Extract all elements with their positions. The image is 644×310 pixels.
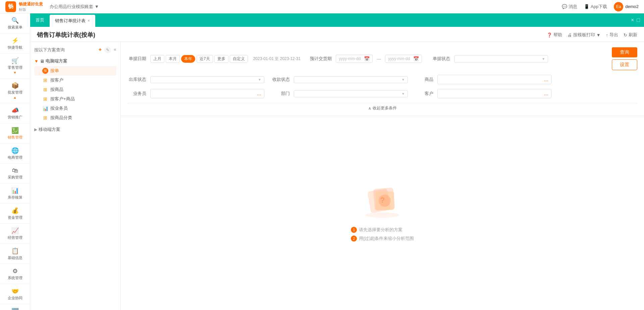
sidebar-item-retail[interactable]: 🛒 零售管理 ▼	[0, 54, 30, 79]
tab-close-icon[interactable]: ×	[88, 18, 90, 23]
add-scheme-button[interactable]: +	[99, 47, 102, 53]
product-label: 商品	[415, 76, 433, 83]
message-button[interactable]: 💬 消息	[562, 4, 577, 10]
left-panel-icons: + ✎ «	[99, 47, 116, 53]
salesman-ellipsis-icon[interactable]: ...	[257, 91, 261, 97]
scheme-section: ▼ 🖥 电脑端方案 按 按单 ⊞ 按客户	[30, 56, 120, 122]
pc-scheme-parent[interactable]: ▼ 🖥 电脑端方案	[34, 56, 116, 66]
sidebar-item-wholesale[interactable]: 📦 批发管理 ▲	[0, 79, 30, 103]
sidebar-item-purchase[interactable]: 🛍 采购管理	[0, 164, 30, 184]
date-btn-custom[interactable]: 自定义	[230, 55, 248, 63]
mobile-scheme-parent[interactable]: ▶ 移动端方案	[30, 125, 120, 134]
sidebar-item-quicknav[interactable]: ⚡ 快捷导航	[0, 34, 30, 54]
sidebar-item-ecommerce[interactable]: 🌐 电商管理	[0, 144, 30, 164]
page-header: 销售订单统计表(按单) ❓ 帮助 🖨 按模板打印 ▼ ↑	[30, 27, 644, 42]
window-maximize-button[interactable]: □	[637, 17, 640, 23]
scheme-by-category[interactable]: ⊞ 按商品分类	[34, 113, 116, 122]
calendar-icon-start: 📅	[364, 56, 370, 61]
date-btn-more[interactable]: 更多	[214, 55, 228, 63]
product-input[interactable]: ...	[437, 75, 551, 84]
sidebar-item-marketing[interactable]: 📣 营销推广	[0, 103, 30, 123]
date-btn-last-month[interactable]: 上月	[150, 55, 164, 63]
order-status-label: 单据状态	[431, 56, 450, 62]
date-btn-this-year[interactable]: 本年	[181, 55, 195, 63]
delivery-dropdown-icon: ▼	[258, 78, 261, 82]
sidebar-item-sales[interactable]: 💹 销售管理	[0, 123, 30, 144]
sidebar: 🔍 搜索菜单 ⚡ 快捷导航 🛒 零售管理 ▼ 📦 批发管理 ▲ 📣 营销推广	[0, 13, 30, 310]
top-bar-right: 💬 消息 📱 App下载 Ea demo2	[562, 2, 639, 11]
customer-ellipsis-icon[interactable]: ...	[544, 91, 548, 97]
mobile-section: ▶ 移动端方案	[30, 125, 120, 134]
edit-scheme-button[interactable]: ✎	[104, 47, 111, 53]
app-subtitle: 标版	[19, 7, 43, 12]
body-panel: 按以下方案查询 + ✎ « ▼ 🖥 电脑端方案	[30, 42, 644, 310]
sidebar-item-inventory[interactable]: 📊 库存核算	[0, 184, 30, 204]
product-ellipsis-icon[interactable]: ...	[544, 76, 548, 83]
help-button[interactable]: ❓ 帮助	[547, 32, 562, 38]
app-info: 畅捷通好生意 标版	[19, 1, 43, 12]
left-panel-header: 按以下方案查询 + ✎ «	[30, 45, 120, 56]
scheme-by-product[interactable]: ⊞ 按商品	[34, 85, 116, 94]
hint-1: 请先选择要分析的方案	[351, 225, 414, 234]
sidebar-item-operations[interactable]: 📈 经营管理	[0, 224, 30, 244]
department-select[interactable]: ▼	[294, 90, 408, 97]
page-title: 销售订单统计表(按单)	[37, 31, 95, 39]
expected-date-end[interactable]: yyyy-mm-dd 📅	[385, 55, 422, 63]
date-btn-this-month[interactable]: 本月	[166, 55, 180, 63]
salesman-label: 业务员	[127, 91, 146, 97]
filter-row-1: 单据日期 上月 本月 本年 近7天 更多 自定义 2023-01-01 至 20…	[127, 47, 637, 70]
collapse-panel-button[interactable]: «	[114, 47, 116, 53]
workspace-selector[interactable]: 办公用品行业模拟账套 ▼	[50, 4, 99, 10]
sidebar-item-system[interactable]: ⚙ 系统管理	[0, 264, 30, 284]
user-profile[interactable]: Ea demo2	[614, 2, 639, 11]
window-close-button[interactable]: ×	[631, 17, 634, 23]
expand-icon: ▼	[34, 59, 39, 64]
print-button[interactable]: 🖨 按模板打印 ▼	[568, 32, 601, 38]
customer-input[interactable]: ...	[437, 89, 551, 98]
delivery-status-select[interactable]: ▼	[150, 76, 264, 83]
empty-hints: 请先选择要分析的方案 用[过滤]条件来缩小分析范围	[351, 225, 414, 243]
empty-svg: ?	[359, 183, 406, 220]
settings-button[interactable]: 设置	[612, 59, 637, 70]
export-button[interactable]: ↑ 导出	[606, 32, 619, 38]
top-bar: 畅 畅捷通好生意 标版 办公用品行业模拟账套 ▼ 💬 消息 📱 App下载	[0, 0, 644, 13]
sidebar-item-finance[interactable]: 💰 资金管理	[0, 204, 30, 224]
date-btn-7days[interactable]: 近7天	[197, 55, 213, 63]
refresh-button[interactable]: ↻ 刷新	[624, 32, 637, 38]
scheme-by-customer-product[interactable]: ⊞ 按客户+商品	[34, 94, 116, 104]
print-dropdown-icon: ▼	[596, 33, 601, 38]
filter-area: 单据日期 上月 本月 本年 近7天 更多 自定义 2023-01-01 至 20…	[121, 42, 644, 116]
top-bar-left: 畅 畅捷通好生意 标版 办公用品行业模拟账套 ▼	[5, 1, 99, 12]
svg-text:?: ?	[380, 196, 384, 204]
print-icon: 🖨	[568, 33, 572, 38]
hint-2: 用[过滤]条件来缩小分析范围	[351, 234, 414, 243]
scheme-by-salesman[interactable]: 📊 按业务员	[34, 104, 116, 113]
salesman-input[interactable]: ...	[150, 89, 264, 98]
content-wrapper: 首页 销售订单统计表 × × □ 销售订单统计表(按单)	[30, 13, 644, 310]
expected-date-start[interactable]: yyyy-mm-dd 📅	[336, 55, 373, 63]
scheme-by-customer[interactable]: ⊞ 按客户	[34, 75, 116, 85]
filter-row-2: 出库状态 ▼ 收款状态 ▼ 商品	[127, 75, 637, 84]
sidebar-item-newbie[interactable]: 🆕 新手引导	[0, 304, 30, 310]
sidebar-item-basic[interactable]: 📋 基础信息	[0, 244, 30, 264]
tab-sales-order[interactable]: 销售订单统计表 ×	[50, 15, 95, 27]
scheme-by-order[interactable]: 按 按单	[34, 66, 116, 75]
export-icon: ↑	[606, 33, 608, 38]
app-title: 畅捷通好生意	[19, 1, 43, 7]
order-status-dropdown-icon: ▼	[542, 57, 545, 61]
sidebar-item-enterprise[interactable]: 🤝 企业协同	[0, 284, 30, 304]
app-download-button[interactable]: 📱 App下载	[584, 4, 607, 10]
date-label: 单据日期	[127, 56, 146, 62]
left-panel: 按以下方案查询 + ✎ « ▼ 🖥 电脑端方案	[30, 42, 121, 310]
tab-home[interactable]: 首页	[30, 13, 50, 27]
collapse-bar[interactable]: ∧ 收起更多条件	[127, 103, 637, 113]
right-panel: 单据日期 上月 本月 本年 近7天 更多 自定义 2023-01-01 至 20…	[121, 42, 644, 310]
payment-status-select[interactable]: ▼	[294, 76, 408, 83]
payment-status-label: 收款状态	[271, 76, 290, 83]
download-icon: 📱	[584, 4, 589, 9]
sidebar-item-search[interactable]: 🔍 搜索菜单	[0, 13, 30, 34]
order-status-select[interactable]: ▼	[454, 55, 548, 62]
query-button[interactable]: 查询	[612, 47, 637, 57]
customer-label: 客户	[415, 91, 433, 97]
message-icon: 💬	[562, 4, 567, 9]
